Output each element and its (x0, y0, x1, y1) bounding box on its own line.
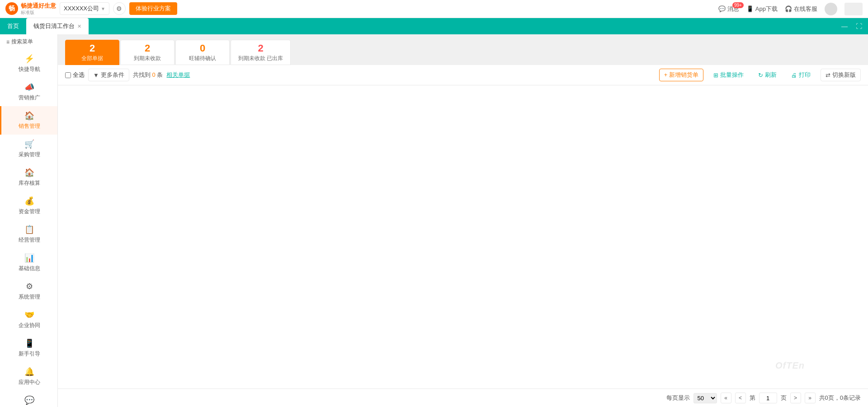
print-icon: 🖨 (791, 72, 797, 79)
sidebar-item-operations[interactable]: 📋 经营管理 (0, 220, 57, 248)
sidebar-item-app-center[interactable]: 🔔 应用中心 (0, 362, 57, 391)
logo-icon: 畅 (5, 2, 18, 15)
sidebar-item-wechat[interactable]: 💬 企业微信 (0, 391, 57, 407)
next-page-button[interactable]: > (790, 393, 801, 403)
add-sales-button[interactable]: + 新增销货单 (659, 69, 703, 81)
tab-overdue-label: 到期未收款 (134, 55, 161, 62)
switch-label: 切换新版 (832, 71, 856, 79)
tab-work-station[interactable]: 钱货日清工作台 ✕ (26, 18, 89, 34)
sales-label: 销售管理 (19, 122, 40, 130)
tab-home[interactable]: 首页 (0, 18, 26, 34)
nav-minimize-button[interactable]: — (839, 21, 850, 32)
toolbar: 全选 ▼ 更多条件 共找到 0 条 相关单据 + 新增销货单 (58, 65, 868, 85)
page-suffix: 页 (781, 394, 787, 402)
first-page-button[interactable]: « (721, 393, 731, 403)
select-all-input[interactable] (65, 72, 71, 78)
tab-pending-label: 旺辅待确认 (189, 55, 216, 62)
guide-label: 新手引导 (19, 350, 40, 358)
finance-icon: 💰 (24, 196, 34, 206)
sidebar-item-quick-nav[interactable]: ⚡ 快捷导航 (0, 49, 57, 78)
page-input[interactable] (759, 393, 777, 403)
wechat-icon: 💬 (24, 395, 34, 405)
online-service-button[interactable]: 🎧 在线客服 (785, 5, 817, 13)
company-name: XXXXXX公司 (64, 5, 99, 13)
purchase-label: 采购管理 (19, 151, 40, 159)
batch-label: 批量操作 (720, 71, 744, 79)
tab-card-all[interactable]: 2 全部单据 (65, 40, 119, 65)
refresh-label: 刷新 (765, 71, 777, 79)
flash-icon: ⚡ (24, 54, 34, 64)
toolbar-left: 全选 ▼ 更多条件 共找到 0 条 相关单据 (65, 69, 656, 81)
filter-icon: ▼ (93, 72, 99, 79)
user-name-area[interactable] (844, 3, 863, 15)
headset-icon: 🎧 (785, 5, 792, 12)
cooperation-label: 企业协同 (19, 322, 40, 329)
marketing-label: 营销推广 (19, 94, 40, 102)
related-link[interactable]: 相关单据 (166, 71, 190, 79)
purchase-icon: 🛒 (24, 139, 34, 149)
logo-area: 畅 畅捷通好生意 标准版 (5, 2, 56, 16)
avatar[interactable] (825, 3, 837, 15)
found-unit: 条 (157, 71, 163, 78)
tab-cards: 2 全部单据 2 到期未收款 0 旺辅待确认 2 到期未收款 已出库 (58, 34, 868, 65)
logo-sub: 标准版 (21, 9, 56, 15)
switch-icon: ⇄ (826, 72, 830, 79)
system-label: 系统管理 (19, 293, 40, 301)
tab-card-overdue-shipped[interactable]: 2 到期未收款 已出库 (231, 40, 291, 65)
tab-card-overdue[interactable]: 2 到期未收款 (120, 40, 175, 65)
nav-maximize-button[interactable]: ⛶ (854, 21, 864, 32)
white-panel: 全选 ▼ 更多条件 共找到 0 条 相关单据 + 新增销货单 (58, 65, 868, 407)
sidebar-item-finance[interactable]: 💰 资金管理 (0, 192, 57, 220)
marketing-icon: 📣 (24, 82, 34, 92)
company-selector[interactable]: XXXXXX公司 ▼ (60, 2, 109, 15)
batch-button[interactable]: ⊞ 批量操作 (709, 69, 748, 81)
sidebar-item-system[interactable]: ⚙ 系统管理 (0, 277, 57, 305)
top-bar-left: 畅 畅捷通好生意 标准版 XXXXXX公司 ▼ ⚙ 体验行业方案 (5, 2, 177, 16)
sidebar-item-inventory[interactable]: 🏠 库存核算 (0, 163, 57, 192)
app-download-button[interactable]: 📱 App下载 (746, 5, 778, 13)
sidebar-item-sales[interactable]: 🏠 销售管理 (0, 106, 57, 135)
per-page-select[interactable]: 50 10 20 100 (693, 393, 717, 403)
settings-button[interactable]: ⚙ (113, 2, 126, 15)
inventory-label: 库存核算 (19, 179, 40, 187)
filter-button[interactable]: ▼ 更多条件 (88, 69, 129, 81)
batch-icon: ⊞ (713, 72, 718, 79)
online-service-label: 在线客服 (794, 5, 817, 13)
switch-new-button[interactable]: ⇄ 切换新版 (821, 69, 861, 81)
refresh-button[interactable]: ↻ 刷新 (754, 69, 781, 81)
sidebar-search-item[interactable]: ≡ 搜索菜单 (0, 34, 57, 49)
per-page-label: 每页显示 (666, 394, 690, 402)
guide-icon: 📱 (24, 338, 34, 348)
found-count: 0 (152, 71, 156, 78)
page-label: 第 (750, 394, 755, 402)
trial-button[interactable]: 体验行业方案 (129, 2, 177, 15)
last-page-button[interactable]: » (805, 393, 816, 403)
message-button[interactable]: 💬 消息 99+ (718, 5, 739, 13)
sidebar-item-basic-info[interactable]: 📊 基础信息 (0, 248, 57, 277)
app-download-label: App下载 (755, 5, 778, 13)
sidebar-item-cooperation[interactable]: 🤝 企业协同 (0, 305, 57, 334)
print-button[interactable]: 🖨 打印 (787, 69, 815, 81)
nav-tabs: 首页 钱货日清工作台 ✕ — ⛶ (0, 18, 868, 34)
select-all-checkbox[interactable]: 全选 (65, 71, 85, 79)
inventory-icon: 🏠 (24, 168, 34, 178)
tab-card-pending[interactable]: 0 旺辅待确认 (175, 40, 230, 65)
table-area (58, 85, 868, 388)
prev-page-button[interactable]: < (735, 393, 746, 403)
sidebar-item-purchase[interactable]: 🛒 采购管理 (0, 135, 57, 163)
tab-close-icon[interactable]: ✕ (77, 23, 81, 29)
refresh-icon: ↻ (758, 72, 763, 79)
app-center-icon: 🔔 (24, 367, 34, 377)
sidebar-item-guide[interactable]: 📱 新手引导 (0, 334, 57, 362)
tab-home-label: 首页 (7, 22, 19, 30)
cooperation-icon: 🤝 (24, 310, 34, 320)
sidebar-item-marketing[interactable]: 📣 营销推广 (0, 78, 57, 106)
top-bar: 畅 畅捷通好生意 标准版 XXXXXX公司 ▼ ⚙ 体验行业方案 💬 消息 99… (0, 0, 868, 18)
tab-pending-count: 0 (200, 42, 205, 54)
app-download-icon: 📱 (746, 5, 754, 12)
system-icon: ⚙ (26, 281, 33, 291)
found-text: 共找到 0 条 (133, 71, 163, 79)
basic-info-icon: 📊 (24, 253, 34, 263)
finance-label: 资金管理 (19, 208, 40, 215)
main-layout: ≡ 搜索菜单 ⚡ 快捷导航 📣 营销推广 🏠 销售管理 🛒 采购管理 🏠 库存核… (0, 34, 868, 407)
